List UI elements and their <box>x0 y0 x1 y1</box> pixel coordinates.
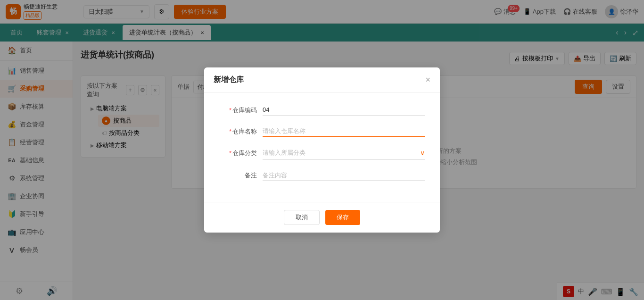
form-row-code: *仓库编码 <box>219 104 425 116</box>
name-input[interactable] <box>263 125 425 137</box>
required-mark-name: * <box>229 128 231 135</box>
modal-footer: 取消 保存 <box>204 202 440 233</box>
modal-title: 新增仓库 <box>214 75 244 85</box>
remark-label: 备注 <box>219 171 257 180</box>
code-label: *仓库编码 <box>219 106 257 115</box>
category-select[interactable]: 请输入所属分类 ∨ <box>263 147 425 160</box>
modal-close-button[interactable]: × <box>425 75 430 85</box>
modal-overlay[interactable]: 新增仓库 × *仓库编码 *仓库名称 *仓库分类 <box>0 0 644 300</box>
modal-new-warehouse: 新增仓库 × *仓库编码 *仓库名称 *仓库分类 <box>204 67 440 233</box>
category-placeholder: 请输入所属分类 <box>263 149 305 157</box>
save-button[interactable]: 保存 <box>325 210 360 225</box>
required-mark-code: * <box>229 107 231 114</box>
required-mark-category: * <box>229 150 231 157</box>
form-row-name: *仓库名称 <box>219 125 425 137</box>
name-label: *仓库名称 <box>219 127 257 136</box>
modal-header: 新增仓库 × <box>204 67 440 93</box>
category-dropdown-icon: ∨ <box>420 149 425 157</box>
category-label: *仓库分类 <box>219 149 257 158</box>
modal-body: *仓库编码 *仓库名称 *仓库分类 请输入所属分类 ∨ <box>204 93 440 202</box>
form-row-remark: 备注 <box>219 169 425 181</box>
remark-input[interactable] <box>263 169 425 181</box>
cancel-button[interactable]: 取消 <box>284 210 320 225</box>
code-input[interactable] <box>263 104 425 116</box>
form-row-category: *仓库分类 请输入所属分类 ∨ <box>219 147 425 160</box>
